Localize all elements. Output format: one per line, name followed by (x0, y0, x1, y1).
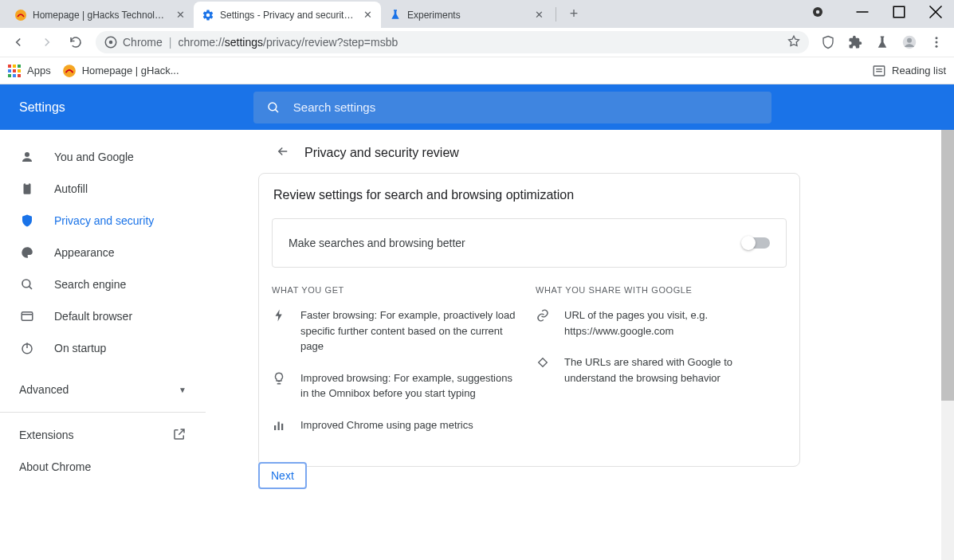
sidebar-item-autofill[interactable]: Autofill (0, 173, 206, 205)
sidebar-label: Appearance (54, 246, 115, 259)
sidebar-item-you-and-google[interactable]: You and Google (0, 141, 206, 173)
settings-title: Settings (19, 100, 65, 115)
bullet: The URLs are shared with Google to under… (536, 354, 787, 386)
review-card: Review settings for search and browsing … (258, 173, 800, 467)
sidebar-item-default-browser[interactable]: Default browser (0, 300, 206, 332)
diamond-icon (536, 354, 552, 386)
apps-label: Apps (27, 65, 51, 76)
toggle-row: Make searches and browsing better (272, 218, 787, 268)
sidebar-advanced[interactable]: Advanced ▼ (0, 374, 206, 405)
sidebar-item-on-startup[interactable]: On startup (0, 332, 206, 364)
scrollbar-thumb[interactable] (941, 130, 954, 401)
sidebar: You and Google Autofill Privacy and secu… (0, 130, 206, 560)
sidebar-label: Autofill (54, 182, 88, 195)
reading-list-button[interactable]: Reading list (872, 64, 946, 78)
settings-search[interactable] (253, 92, 771, 123)
tab-settings[interactable]: Settings - Privacy and security re ✕ (194, 2, 381, 28)
open-in-new-icon (172, 427, 186, 444)
next-button[interactable]: Next (258, 462, 307, 489)
svg-line-19 (275, 109, 278, 112)
bullet-text: Improved Chrome using page metrics (300, 417, 473, 436)
bookmark-ghacks[interactable]: Homepage | gHack... (62, 64, 179, 78)
sidebar-item-search-engine[interactable]: Search engine (0, 268, 206, 300)
close-icon[interactable]: ✕ (362, 10, 373, 21)
link-icon (536, 307, 552, 339)
extensions-label: Extensions (19, 429, 73, 441)
flask-icon[interactable] (870, 29, 895, 55)
minimize-button[interactable] (844, 0, 881, 24)
chip-label: Chrome (123, 36, 163, 49)
bullet-text: Faster browsing: For example, proactivel… (300, 307, 523, 354)
maximize-button[interactable] (881, 0, 917, 24)
about-label: About Chrome (19, 460, 91, 473)
bullet-text: URL of the pages you visit, e.g. https:/… (564, 307, 787, 339)
url-separator: | (169, 36, 172, 49)
scrollbar[interactable] (941, 130, 954, 560)
back-button[interactable] (5, 30, 32, 54)
bulb-icon (272, 370, 288, 401)
search-icon (266, 100, 281, 115)
bookmark-label: Homepage | gHack... (82, 65, 179, 76)
chevron-down-icon: ▼ (179, 386, 186, 394)
svg-point-20 (25, 152, 29, 157)
reading-list-label: Reading list (892, 65, 946, 76)
close-icon[interactable]: ✕ (533, 10, 544, 21)
tab-experiments[interactable]: Experiments ✕ (381, 2, 552, 28)
sidebar-extensions[interactable]: Extensions (0, 419, 206, 451)
address-bar[interactable]: Chrome | chrome://settings/privacy/revie… (96, 31, 809, 53)
window-controls (799, 0, 954, 24)
back-arrow-button[interactable] (276, 144, 290, 162)
svg-rect-32 (539, 358, 548, 367)
search-icon (19, 277, 35, 292)
clipboard-icon (19, 182, 35, 196)
favicon-settings (202, 9, 214, 22)
bars-icon (272, 417, 288, 436)
card-title: Review settings for search and browsing … (259, 188, 799, 218)
reload-button[interactable] (62, 30, 89, 54)
svg-point-0 (15, 10, 26, 21)
page-title: Privacy and security review (304, 146, 459, 160)
sidebar-about[interactable]: About Chrome (0, 451, 206, 483)
bullet: Faster browsing: For example, proactivel… (272, 307, 523, 354)
svg-rect-31 (281, 423, 283, 429)
svg-rect-25 (22, 312, 33, 321)
search-input[interactable] (293, 100, 759, 114)
toggle-label: Make searches and browsing better (289, 237, 465, 249)
new-tab-button[interactable]: + (563, 3, 585, 25)
sidebar-item-privacy[interactable]: Privacy and security (0, 205, 206, 237)
svg-rect-29 (274, 425, 276, 430)
svg-point-18 (269, 103, 277, 111)
tab-ghacks[interactable]: Homepage | gHacks Technology ✕ (6, 2, 194, 28)
extensions-icon[interactable] (842, 29, 868, 55)
sidebar-label: Search engine (54, 278, 126, 291)
svg-point-10 (907, 38, 912, 43)
svg-point-13 (936, 45, 938, 48)
shield-icon (19, 213, 35, 228)
toolbar: Chrome | chrome://settings/privacy/revie… (0, 28, 954, 57)
sidebar-label: You and Google (54, 151, 134, 163)
svg-rect-30 (278, 421, 280, 430)
profile-icon[interactable] (897, 29, 922, 55)
favicon-flask (389, 9, 402, 22)
person-icon (19, 150, 35, 164)
col-what-you-share: WHAT YOU SHARE WITH GOOGLE URL of the pa… (536, 285, 787, 452)
bookmark-star-icon[interactable] (787, 34, 801, 51)
sidebar-label: Privacy and security (54, 214, 154, 227)
forward-button[interactable] (33, 30, 61, 54)
bullet: URL of the pages you visit, e.g. https:/… (536, 307, 787, 339)
apps-button[interactable]: Apps (8, 65, 51, 77)
toggle-switch[interactable] (743, 237, 770, 249)
menu-icon[interactable] (924, 29, 949, 55)
close-icon[interactable]: ✕ (175, 10, 186, 21)
apps-icon (8, 65, 21, 77)
incognito-avatar-icon[interactable] (799, 0, 836, 24)
ublock-icon[interactable] (815, 29, 841, 55)
svg-point-11 (936, 37, 938, 39)
svg-rect-15 (874, 66, 885, 76)
svg-rect-22 (26, 182, 29, 185)
svg-point-12 (936, 41, 938, 44)
sidebar-item-appearance[interactable]: Appearance (0, 237, 206, 268)
col-head: WHAT YOU GET (272, 285, 523, 295)
close-window-button[interactable] (917, 0, 954, 24)
divider (0, 412, 206, 413)
